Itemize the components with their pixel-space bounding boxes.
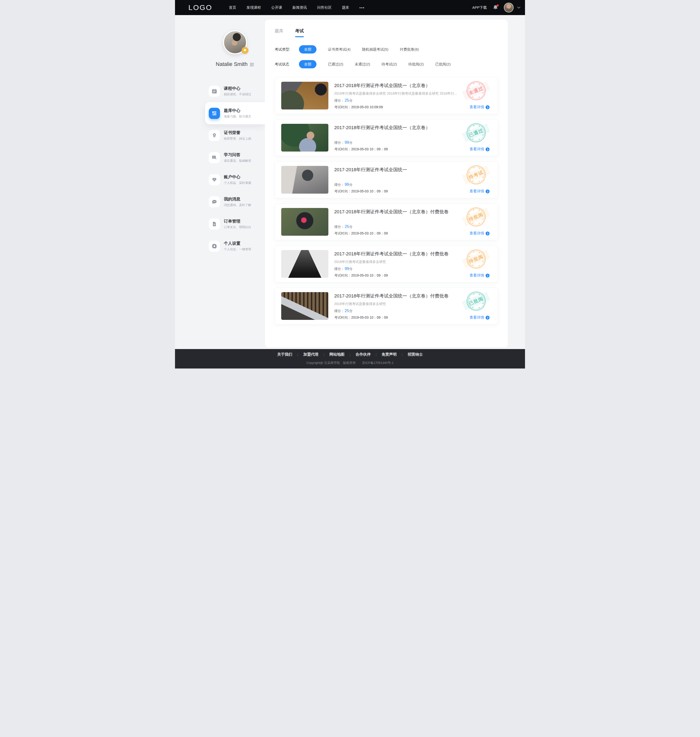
bell-icon[interactable] — [493, 4, 499, 10]
exam-thumbnail[interactable] — [281, 250, 328, 278]
footer-link[interactable]: 招贤纳士 — [407, 352, 423, 357]
sidebar-item-subtitle: 海量习题、助力通关 — [224, 115, 251, 119]
exam-title[interactable]: 2017-2018年行测证件考试全国统一（北京卷）付费批卷 — [334, 293, 457, 299]
filter-row-exam-type: 考试类型: 全部 证书类考试(4) 随机抽题考试(5) 付费批卷(6) — [275, 45, 498, 53]
time-value: 2019-05-03 10:09:09 — [351, 105, 383, 109]
tab[interactable]: 题库 — [275, 28, 284, 37]
score-suffix: 分 — [349, 99, 353, 102]
nav-item[interactable]: 题库 — [342, 5, 349, 10]
exam-description: 2018年行测考试是最值得多去研究 — [334, 302, 457, 306]
svg-text:?: ? — [213, 156, 215, 158]
exam-thumbnail[interactable] — [281, 166, 328, 194]
exam-thumbnail[interactable] — [281, 124, 328, 152]
nav-item[interactable]: 首页 — [229, 5, 236, 10]
exam-thumbnail[interactable] — [281, 292, 328, 320]
filter-option[interactable]: 未通过(2) — [354, 60, 370, 68]
filter-option[interactable]: 已批阅(2) — [435, 60, 450, 68]
sidebar-item-title: 证书荣誉 — [224, 130, 251, 136]
exam-title[interactable]: 2017-2018年行测证件考试全国统一 — [334, 167, 457, 173]
view-detail-link[interactable]: 查看详情 ❯ — [469, 273, 490, 278]
score-value: 25 — [345, 98, 349, 102]
chevron-down-icon[interactable] — [517, 6, 521, 9]
message-icon — [209, 196, 220, 208]
footer-link[interactable]: 网站地图 — [329, 352, 344, 357]
sidebar-item-subtitle: 课后重温、疑难解答 — [224, 159, 251, 163]
filter-row-exam-status: 考试状态 全部 已通过(2) 未通过(2) 待考试(2) 待批阅(2) 已批阅(… — [275, 60, 498, 68]
notification-dot — [497, 4, 499, 7]
sidebar-item[interactable]: 我的消息 消息通知、及时了解 — [205, 191, 265, 213]
logo[interactable]: LOGO — [188, 3, 212, 12]
filter-option[interactable]: 全部 — [299, 60, 316, 68]
exam-score: 得分：25分 — [334, 98, 457, 103]
footer-link[interactable]: 合作伙伴 — [356, 352, 371, 357]
filter-option[interactable]: 待考试(2) — [382, 60, 397, 68]
sidebar-item-title: 课程中心 — [224, 85, 251, 91]
view-detail-link[interactable]: 查看详情 ❯ — [469, 147, 490, 152]
sidebar: Natalie Smith 课程中心 精彩课程、不容错过 — [175, 15, 265, 267]
filter-option[interactable]: 已通过(2) — [328, 60, 343, 68]
nav-item[interactable]: 公开课 — [271, 5, 282, 10]
nav-item[interactable]: 新闻资讯 — [293, 5, 307, 10]
nav-item[interactable]: 问答社区 — [317, 5, 332, 10]
sidebar-item[interactable]: 个人设置 个人信息、一键管理 — [205, 235, 265, 257]
exam-card: 2017-2018年行测证件考试全国统一（北京卷）付费批卷 得分：25分 考试时… — [275, 203, 498, 240]
user-name: Natalie Smith — [216, 61, 248, 67]
view-detail-link[interactable]: 查看详情 ❯ — [469, 105, 490, 109]
score-label: 得分： — [334, 267, 344, 271]
exam-score: 得分：25分 — [334, 224, 457, 229]
sidebar-item[interactable]: 题库中心 海量习题、助力通关 — [205, 102, 265, 124]
arrow-right-icon: ❯ — [485, 105, 490, 109]
sidebar-item-title: 题库中心 — [224, 108, 251, 113]
sidebar-item[interactable]: 课程中心 精彩课程、不容错过 — [205, 80, 265, 102]
exam-title[interactable]: 2017-2018年行测证件考试全国统一（北京卷） — [334, 125, 457, 131]
filter-label: 考试类型: — [275, 47, 292, 52]
status-stamp: ✦ ✦ ✦ ✦ ✦ ✦ 已批阅 — [464, 289, 488, 314]
score-value: 25 — [345, 224, 349, 228]
footer-link[interactable]: 关于我们 — [277, 352, 293, 357]
sidebar-item-subtitle: 个人权益、实时掌握 — [224, 181, 251, 185]
view-detail-link[interactable]: 查看详情 ❯ — [469, 231, 490, 236]
question-bank-icon — [209, 108, 220, 119]
tab[interactable]: 考试 — [295, 28, 304, 37]
sidebar-item-title: 账户中心 — [224, 174, 251, 180]
view-detail-link[interactable]: 查看详情 ❯ — [469, 189, 490, 194]
exam-description: 2018年行测考试是最值得多去研究 — [334, 260, 457, 264]
footer-link[interactable]: 免责声明 — [382, 352, 397, 357]
exam-thumbnail[interactable] — [281, 208, 328, 236]
diamond-badge-icon — [241, 47, 249, 54]
footer-link[interactable]: 加盟代理 — [303, 352, 318, 357]
sidebar-item[interactable]: 证书荣誉 收获荣誉、持证上岗 — [205, 124, 265, 146]
filter-option[interactable]: 付费批卷(6) — [400, 45, 419, 53]
score-value: 99 — [345, 140, 349, 144]
filter-option[interactable]: 全部 — [299, 45, 316, 53]
exam-title[interactable]: 2017-2018年行测证件考试全国统一（北京卷） — [334, 83, 457, 89]
score-suffix: 分 — [349, 183, 353, 187]
user-avatar[interactable] — [504, 3, 513, 12]
view-detail-link[interactable]: 查看详情 ❯ — [469, 315, 490, 320]
arrow-right-icon: ❯ — [485, 231, 490, 236]
exam-thumbnail[interactable] — [281, 82, 328, 109]
exam-title[interactable]: 2017-2018年行测证件考试全国统一（北京卷）付费批卷 — [334, 251, 457, 257]
exam-time: 考试时间：2019-05-03 10：09：09 — [334, 273, 457, 278]
exam-title[interactable]: 2017-2018年行测证件考试全国统一（北京卷）付费批卷 — [334, 209, 457, 215]
sidebar-item[interactable]: ? 学习问答 课后重温、疑难解答 — [205, 146, 265, 168]
score-label: 得分： — [334, 183, 344, 187]
score-value: 99 — [345, 267, 349, 271]
filter-option[interactable]: 随机抽题考试(5) — [362, 45, 388, 53]
sidebar-item[interactable]: 订单管理 订单支出、明明白白 — [205, 213, 265, 235]
exam-card: 2017-2018年行测证件考试全国统一（北京卷） 得分：99分 考试时间：20… — [275, 119, 498, 156]
sidebar-item-title: 我的消息 — [224, 196, 251, 202]
sidebar-item-title: 学习问答 — [224, 152, 251, 158]
status-stamp: ✦ ✦ ✦ ✦ ✦ ✦ 待考试 — [464, 162, 488, 187]
nav-more-button[interactable]: ••• — [359, 6, 365, 10]
qr-code-icon[interactable] — [250, 62, 254, 67]
sidebar-item[interactable]: 账户中心 个人权益、实时掌握 — [205, 168, 265, 191]
filter-option[interactable]: 证书类考试(4) — [328, 45, 350, 53]
app-download-link[interactable]: APP下载 — [472, 5, 487, 10]
filter-option[interactable]: 待批阅(2) — [408, 60, 424, 68]
exam-card: 2017-2018年行测证件考试全国统一 得分：99分 考试时间：2019-05… — [275, 161, 498, 198]
nav-item[interactable]: 发现课程 — [247, 5, 261, 10]
avatar[interactable] — [223, 30, 247, 54]
score-suffix: 分 — [349, 267, 353, 271]
exam-description: 2018年行测考试是最值得多去研究 2018年行测考试是最值得多去研究 2018… — [334, 91, 457, 96]
